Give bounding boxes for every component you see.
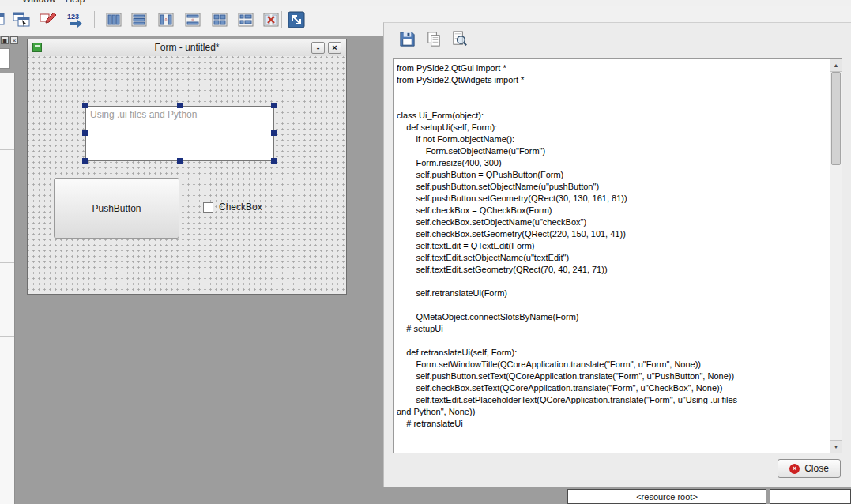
break-layout-button[interactable] xyxy=(261,9,281,30)
scroll-down-icon: ▼ xyxy=(834,444,839,449)
selection-handle-bottom-center[interactable] xyxy=(177,158,183,164)
panel-divider xyxy=(0,149,14,150)
close-icon: × xyxy=(13,37,17,44)
code-line: # retranslateUi xyxy=(397,418,828,430)
selection-handle-bottom-left[interactable] xyxy=(82,158,88,164)
selection-handle-mid-right[interactable] xyxy=(271,130,277,136)
scrollbar-thumb[interactable] xyxy=(831,72,841,165)
menu-row: Window Help xyxy=(0,0,851,5)
menu-bar: Window Help xyxy=(0,0,851,6)
dialog-close-button[interactable]: × Close xyxy=(778,459,841,478)
textedit-widget[interactable]: Using .ui files and Python xyxy=(85,106,274,161)
code-line: self.textEdit.setObjectName(u"textEdit") xyxy=(397,252,828,264)
code-line: Form.setWindowTitle(QCoreApplication.tra… xyxy=(397,359,828,370)
code-line: self.textEdit.setGeometry(QRect(70, 40, … xyxy=(397,264,828,276)
code-line: and Python", None)) xyxy=(397,406,828,418)
code-line: self.pushButton = QPushButton(Form) xyxy=(397,169,828,181)
copy-icon xyxy=(425,30,443,48)
close-button[interactable]: × xyxy=(328,42,341,54)
float-icon: ▣ xyxy=(2,37,8,44)
minimize-button[interactable]: - xyxy=(311,42,325,54)
resource-root-label: <resource root> xyxy=(636,492,698,502)
close-x-icon: × xyxy=(789,464,800,474)
layout-form-button[interactable] xyxy=(235,9,256,30)
vertical-scrollbar[interactable]: ▲ ▼ xyxy=(830,59,842,453)
find-icon xyxy=(450,30,469,48)
pushbutton-widget[interactable]: PushButton xyxy=(54,178,179,239)
code-line: self.textEdit.setPlaceholderText(QCoreAp… xyxy=(397,394,828,406)
code-line: self.checkBox.setText(QCoreApplication.t… xyxy=(397,382,828,394)
scroll-up-button[interactable]: ▲ xyxy=(830,59,842,72)
layout-form-icon xyxy=(236,10,255,29)
widgetbox-panel-fragment[interactable] xyxy=(0,73,15,504)
code-text: from PySide2.QtGui import *from PySide2.… xyxy=(397,62,828,451)
toolbar-separator xyxy=(94,11,95,28)
dock-close-button[interactable]: × xyxy=(10,36,18,44)
code-line xyxy=(397,98,828,110)
edit-tab-order-icon: 123 xyxy=(66,10,85,29)
code-line: Form.resize(400, 300) xyxy=(397,157,828,169)
resource-panel-fragment xyxy=(770,489,851,504)
copy-button[interactable] xyxy=(424,28,444,49)
selection-handle-top-left[interactable] xyxy=(82,103,88,108)
code-line: from PySide2.QtWidgets import * xyxy=(397,74,828,86)
selection-handle-mid-left[interactable] xyxy=(82,130,88,136)
code-preview-dialog: from PySide2.QtGui import *from PySide2.… xyxy=(383,22,851,487)
form-editor-window: Form - untitled* - × Using .ui files and… xyxy=(27,39,347,295)
form-canvas[interactable]: Using .ui files and Python PushButton Ch… xyxy=(28,56,346,294)
menu-item-help[interactable]: Help xyxy=(66,0,85,5)
dock-float-button[interactable]: ▣ xyxy=(1,36,9,44)
code-line xyxy=(397,86,828,98)
code-line xyxy=(397,335,828,347)
edit-tab-order-button[interactable]: 123 xyxy=(65,9,85,30)
form-window-title: Form - untitled* xyxy=(28,42,346,53)
code-line: self.retranslateUi(Form) xyxy=(397,288,828,299)
edit-signals-slots-icon xyxy=(39,10,58,29)
scroll-down-button[interactable]: ▼ xyxy=(830,440,842,453)
checkbox-label: CheckBox xyxy=(219,201,262,213)
layout-horizontal-button[interactable] xyxy=(104,9,124,30)
layout-vertical-icon xyxy=(130,10,149,29)
edit-signals-slots-button[interactable] xyxy=(38,9,58,30)
code-line xyxy=(397,299,828,311)
find-button[interactable] xyxy=(449,28,469,49)
form-window-titlebar[interactable]: Form - untitled* - × xyxy=(28,39,346,57)
code-line: QMetaObject.connectSlotsByName(Form) xyxy=(397,311,828,323)
clipped-toolbar-icon[interactable] xyxy=(0,9,8,30)
code-line: self.checkBox.setGeometry(QRect(220, 150… xyxy=(397,228,828,240)
selection-handle-bottom-right[interactable] xyxy=(271,158,277,164)
checkbox-widget[interactable]: CheckBox xyxy=(203,201,262,213)
code-line: def retranslateUi(self, Form): xyxy=(397,347,828,359)
close-button-label: Close xyxy=(804,463,829,474)
widgetbox-filter-fragment[interactable] xyxy=(0,48,10,69)
code-line: self.checkBox = QCheckBox(Form) xyxy=(397,205,828,216)
layout-grid-button[interactable] xyxy=(209,9,230,30)
save-button[interactable] xyxy=(397,28,417,49)
code-line: class Ui_Form(object): xyxy=(397,110,828,122)
code-line: from PySide2.QtGui import * xyxy=(397,62,828,74)
layout-horizontal-splitter-icon xyxy=(156,10,175,29)
code-line xyxy=(397,276,828,288)
adjust-size-button[interactable] xyxy=(286,9,307,30)
qt-designer-screen: Window Help 123 xyxy=(0,0,851,504)
menu-item-window[interactable]: Window xyxy=(22,0,56,5)
layout-vertical-splitter-icon xyxy=(183,10,202,29)
code-line: self.checkBox.setObjectName(u"checkBox") xyxy=(397,216,828,228)
resource-root-item[interactable]: <resource root> xyxy=(567,489,766,504)
selection-handle-top-right[interactable] xyxy=(271,103,277,108)
layout-horizontal-splitter-button[interactable] xyxy=(156,9,176,30)
code-view[interactable]: from PySide2.QtGui import *from PySide2.… xyxy=(393,58,842,453)
code-line: Form.setObjectName(u"Form") xyxy=(397,145,828,157)
svg-text:123: 123 xyxy=(67,13,79,21)
layout-vertical-button[interactable] xyxy=(129,9,149,30)
code-line: if not Form.objectName(): xyxy=(397,134,828,145)
code-line: self.pushButton.setObjectName(u"pushButt… xyxy=(397,181,828,193)
selection-handle-top-center[interactable] xyxy=(177,103,183,108)
edit-widgets-button[interactable] xyxy=(11,9,32,30)
panel-divider xyxy=(0,262,14,263)
code-line: self.pushButton.setGeometry(QRect(30, 13… xyxy=(397,193,828,205)
checkbox-indicator[interactable] xyxy=(203,202,213,213)
layout-vertical-splitter-button[interactable] xyxy=(183,9,203,30)
adjust-size-icon xyxy=(287,10,306,29)
window-icon xyxy=(0,10,7,29)
